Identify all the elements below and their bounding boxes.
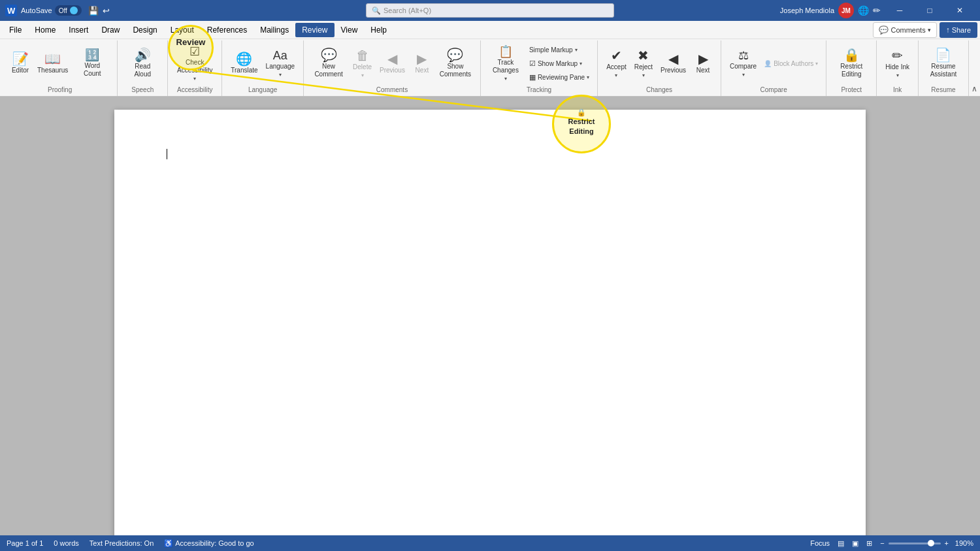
- accessibility-icon: ♿: [164, 539, 173, 548]
- menu-references[interactable]: References: [201, 23, 253, 37]
- trackchanges-icon: 📋: [498, 46, 513, 57]
- view-print-icon[interactable]: ▣: [852, 539, 858, 548]
- resumeassistant-icon: 📄: [935, 48, 951, 61]
- undo-icon[interactable]: ↩: [103, 6, 110, 16]
- speech-label: Speech: [123, 86, 162, 95]
- globe-icon[interactable]: 🌐: [858, 5, 869, 16]
- word-logo: W: [5, 5, 17, 16]
- maximize-button[interactable]: □: [915, 0, 945, 21]
- status-bar-right: Focus ▤ ▣ ⊞ − + 190%: [810, 539, 973, 548]
- wordcount-icon: 🔢: [85, 49, 99, 61]
- hideink-button[interactable]: ✏ Hide Ink ▾: [882, 42, 913, 85]
- translate-button[interactable]: 🌐 Translate: [227, 42, 261, 85]
- group-resume: 📄 Resume Assistant Resume: [919, 40, 969, 96]
- resumeassistant-button[interactable]: 📄 Resume Assistant: [924, 42, 963, 85]
- ribbon: 📝 Editor 📖 Thesaurus 🔢 Word Count Proofi…: [0, 39, 980, 97]
- language-icon: Aa: [273, 50, 287, 61]
- comments-label: Comments: [890, 26, 925, 34]
- blockauthors-label: Block Authors: [774, 60, 813, 67]
- comments-icon: 💬: [879, 25, 889, 35]
- showcomments-button[interactable]: 💬 Show Comments: [436, 42, 475, 85]
- document-page[interactable]: [114, 110, 866, 535]
- readaloud-button[interactable]: 🔊 Read Aloud: [123, 42, 162, 85]
- toggle-thumb: [70, 7, 78, 14]
- newcomment-icon: 💬: [321, 48, 337, 61]
- restrictediting-button[interactable]: 🔒 Restrict Editing: [832, 42, 871, 85]
- menu-view[interactable]: View: [335, 23, 365, 37]
- compare-button[interactable]: ⚖ Compare ▾: [727, 42, 760, 85]
- close-button[interactable]: ✕: [945, 0, 975, 21]
- language-label: Language: [227, 86, 298, 95]
- accept-button[interactable]: ✔ Accept ▾: [603, 42, 630, 85]
- pen-icon[interactable]: ✏: [873, 5, 881, 16]
- group-protect: 🔒 Restrict Editing Protect: [826, 40, 877, 96]
- trackchanges-dropdown: ▾: [504, 76, 507, 82]
- view-web-icon[interactable]: ⊞: [866, 539, 872, 548]
- zoom-in-button[interactable]: +: [945, 539, 949, 547]
- reject-dropdown: ▾: [642, 72, 645, 78]
- menu-file[interactable]: File: [3, 23, 28, 37]
- autosave-toggle[interactable]: Off: [55, 5, 82, 16]
- search-bar[interactable]: 🔍 Search (Alt+Q): [366, 3, 614, 18]
- zoom-out-button[interactable]: −: [880, 539, 884, 547]
- reviewingpane-icon: ▦: [529, 73, 536, 82]
- hideink-icon: ✏: [892, 49, 903, 62]
- reject-icon: ✖: [638, 49, 649, 62]
- next-icon: ▶: [417, 52, 427, 65]
- showmarkup-button[interactable]: ☑ Show Markup ▾: [527, 57, 592, 70]
- thesaurus-icon: 📖: [44, 52, 61, 65]
- editor-button[interactable]: 📝 Editor: [8, 42, 33, 85]
- group-comments: 💬 New Comment 🗑 Delete ▾ ◀ Previous ▶: [304, 40, 481, 96]
- menu-home[interactable]: Home: [28, 23, 62, 37]
- accept-icon: ✔: [611, 49, 622, 62]
- toggle-state: Off: [59, 7, 67, 14]
- language-button[interactable]: Aa Language ▾: [263, 42, 299, 85]
- share-button[interactable]: ↑ Share: [939, 22, 977, 38]
- group-compare: ⚖ Compare ▾ 👤 Block Authors ▾ Compare: [721, 40, 826, 96]
- compare-icon: ⚖: [738, 50, 749, 61]
- simplemarkup-button[interactable]: Simple Markup ▾: [527, 43, 592, 56]
- comments-group-label: Comments: [309, 86, 475, 95]
- menu-mailings[interactable]: Mailings: [253, 23, 295, 37]
- menu-insert[interactable]: Insert: [62, 23, 95, 37]
- menu-design[interactable]: Design: [126, 23, 163, 37]
- newcomment-button[interactable]: 💬 New Comment: [309, 42, 348, 85]
- zoom-thumb: [928, 540, 934, 546]
- reviewingpane-button[interactable]: ▦ Reviewing Pane ▾: [527, 71, 592, 84]
- blockauthors-button[interactable]: 👤 Block Authors ▾: [761, 57, 821, 70]
- simplemarkup-label: Simple Markup: [529, 46, 573, 54]
- thesaurus-button[interactable]: 📖 Thesaurus: [34, 42, 71, 85]
- focus-button[interactable]: Focus: [810, 539, 830, 547]
- word-count: 0 words: [54, 539, 79, 547]
- wordcount-button[interactable]: 🔢 Word Count: [73, 42, 112, 85]
- view-normal-icon[interactable]: ▤: [838, 539, 844, 548]
- minimize-button[interactable]: ─: [885, 0, 915, 21]
- page-info: Page 1 of 1: [7, 539, 43, 547]
- reject-button[interactable]: ✖ Reject ▾: [631, 42, 656, 85]
- previous-changes-icon: ◀: [668, 52, 678, 65]
- checkaccessibility-button[interactable]: ☑ Check Accessibility ▾: [173, 42, 216, 85]
- comments-button[interactable]: 💬 Comments ▾: [873, 22, 936, 38]
- menu-layout[interactable]: Layout: [164, 23, 201, 37]
- menu-help[interactable]: Help: [364, 23, 393, 37]
- next-changes-button[interactable]: ▶ Next: [691, 42, 715, 85]
- changes-label: Changes: [603, 86, 715, 95]
- trackchanges-button[interactable]: 📋 Track Changes ▾: [486, 42, 525, 85]
- tracking-label: Tracking: [486, 86, 592, 95]
- restrictediting-icon: 🔒: [843, 48, 860, 61]
- save-icon[interactable]: 💾: [88, 6, 99, 16]
- autosave-label: AutoSave: [21, 7, 52, 14]
- comments-dropdown: ▾: [928, 27, 931, 33]
- text-cursor: [167, 149, 813, 161]
- ribbon-collapse-icon[interactable]: ∧: [972, 84, 977, 93]
- zoom-level: 190%: [953, 539, 973, 547]
- search-placeholder: Search (Alt+Q): [384, 7, 431, 14]
- previous-changes-button[interactable]: ◀ Previous: [657, 42, 689, 85]
- zoom-slider[interactable]: [889, 543, 941, 544]
- previous-icon: ◀: [387, 52, 397, 65]
- showmarkup-label: Show Markup: [538, 60, 578, 67]
- menu-draw[interactable]: Draw: [95, 23, 126, 37]
- menu-review[interactable]: Review: [295, 23, 334, 37]
- search-icon: 🔍: [372, 7, 381, 15]
- toolbar: 📝 Editor 📖 Thesaurus 🔢 Word Count Proofi…: [0, 39, 980, 96]
